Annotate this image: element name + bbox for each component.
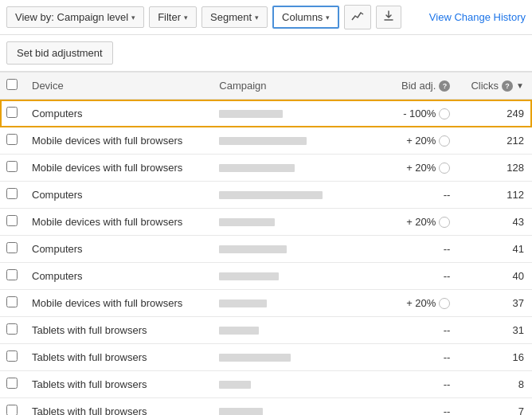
line-chart-icon <box>351 10 364 25</box>
set-bid-label: Set bid adjustment <box>17 47 103 59</box>
bid-adj-value: -- <box>444 189 451 201</box>
set-bid-adjustment-button[interactable]: Set bid adjustment <box>6 41 113 65</box>
segment-label: Segment <box>210 11 252 23</box>
bid-adjust-indicator <box>439 217 450 228</box>
header-device: Device <box>24 72 211 100</box>
bid-adj-cell: -- <box>381 344 458 371</box>
campaign-cell <box>211 371 381 398</box>
header-campaign: Campaign <box>211 72 381 100</box>
header-clicks: Clicks ? ▼ <box>458 72 532 100</box>
bid-adj-cell: + 20% <box>381 209 458 236</box>
device-cell: Mobile devices with full browsers <box>24 290 211 317</box>
row-checkbox-cell <box>0 209 24 236</box>
bid-adjust-indicator <box>439 108 450 119</box>
download-icon <box>383 10 394 24</box>
campaign-cell <box>211 344 381 371</box>
download-button[interactable] <box>376 6 401 29</box>
bid-adj-cell: + 20% <box>381 127 458 155</box>
bid-adj-value: + 20% <box>406 162 436 174</box>
row-checkbox[interactable] <box>6 215 18 226</box>
table-row: Computers--112 <box>0 182 532 209</box>
bid-adj-value: + 20% <box>406 297 436 309</box>
bid-adj-cell: - 100% <box>381 100 458 127</box>
select-all-checkbox[interactable] <box>6 79 18 90</box>
bid-adj-cell: -- <box>381 398 458 416</box>
clicks-cell: 40 <box>458 263 532 290</box>
row-checkbox[interactable] <box>6 323 18 335</box>
table-row: Computers--40 <box>0 263 532 290</box>
row-checkbox-cell <box>0 100 24 127</box>
clicks-cell: 43 <box>458 209 532 236</box>
table-row: Tablets with full browsers--31 <box>0 317 532 344</box>
row-checkbox-cell <box>0 127 24 155</box>
bid-adj-cell: -- <box>381 236 458 263</box>
device-cell: Tablets with full browsers <box>24 317 211 344</box>
row-checkbox-cell <box>0 290 24 317</box>
row-checkbox-cell <box>0 317 24 344</box>
row-checkbox[interactable] <box>6 242 18 253</box>
header-checkbox-cell <box>0 72 24 100</box>
table-row: Tablets with full browsers--7 <box>0 398 532 416</box>
campaign-cell <box>211 236 381 263</box>
bid-adj-value: + 20% <box>406 216 436 228</box>
view-by-button[interactable]: View by: Campaign level ▾ <box>6 6 144 28</box>
campaign-cell <box>211 155 381 182</box>
campaign-cell <box>211 290 381 317</box>
row-checkbox[interactable] <box>6 378 18 389</box>
row-checkbox-cell <box>0 182 24 209</box>
bid-adj-cell: -- <box>381 263 458 290</box>
clicks-cell: 41 <box>458 236 532 263</box>
campaign-cell <box>211 263 381 290</box>
clicks-sort-icon[interactable]: ▼ <box>516 81 524 90</box>
filter-label: Filter <box>158 11 181 23</box>
segment-button[interactable]: Segment ▾ <box>201 6 268 28</box>
table-row: Mobile devices with full browsers+ 20%21… <box>0 127 532 155</box>
device-cell: Tablets with full browsers <box>24 371 211 398</box>
line-chart-button[interactable] <box>344 5 371 29</box>
second-toolbar: Set bid adjustment <box>0 35 532 72</box>
bid-adj-cell: -- <box>381 182 458 209</box>
table-row: Mobile devices with full browsers+ 20%37 <box>0 290 532 317</box>
row-checkbox[interactable] <box>6 107 18 118</box>
table-row: Mobile devices with full browsers+ 20%12… <box>0 155 532 182</box>
row-checkbox[interactable] <box>6 134 18 145</box>
chevron-down-icon: ▾ <box>131 14 135 22</box>
device-col-label: Device <box>32 80 64 92</box>
bid-adjust-indicator <box>439 135 450 147</box>
row-checkbox[interactable] <box>6 269 18 280</box>
columns-button[interactable]: Columns ▾ <box>272 6 339 29</box>
table-row: Tablets with full browsers--8 <box>0 371 532 398</box>
chevron-down-icon: ▾ <box>184 14 188 22</box>
clicks-cell: 8 <box>458 371 532 398</box>
clicks-cell: 37 <box>458 290 532 317</box>
bid-adj-cell: + 20% <box>381 290 458 317</box>
campaign-cell <box>211 182 381 209</box>
view-by-label: View by: Campaign level <box>15 11 128 23</box>
bid-adj-value: -- <box>444 243 451 255</box>
row-checkbox[interactable] <box>6 161 18 172</box>
row-checkbox-cell <box>0 155 24 182</box>
device-cell: Mobile devices with full browsers <box>24 127 211 155</box>
clicks-cell: 128 <box>458 155 532 182</box>
data-table: Device Campaign Bid adj. ? Click <box>0 72 532 415</box>
clicks-cell: 31 <box>458 317 532 344</box>
filter-button[interactable]: Filter ▾ <box>149 6 197 28</box>
columns-label: Columns <box>282 11 323 23</box>
row-checkbox[interactable] <box>6 296 18 307</box>
bid-adj-help-icon[interactable]: ? <box>439 80 450 92</box>
row-checkbox-cell <box>0 236 24 263</box>
bid-adj-value: + 20% <box>406 135 436 147</box>
chevron-down-icon: ▾ <box>255 14 259 22</box>
row-checkbox[interactable] <box>6 405 18 415</box>
view-change-history-link[interactable]: View Change History <box>429 11 526 23</box>
bid-adjust-indicator <box>439 162 450 174</box>
row-checkbox[interactable] <box>6 350 18 362</box>
device-cell: Computers <box>24 236 211 263</box>
row-checkbox[interactable] <box>6 188 18 199</box>
row-checkbox-cell <box>0 344 24 371</box>
table-row: Mobile devices with full browsers+ 20%43 <box>0 209 532 236</box>
table-row: Tablets with full browsers--16 <box>0 344 532 371</box>
campaign-cell <box>211 127 381 155</box>
clicks-help-icon[interactable]: ? <box>502 80 513 92</box>
bid-adj-value: -- <box>444 378 451 390</box>
